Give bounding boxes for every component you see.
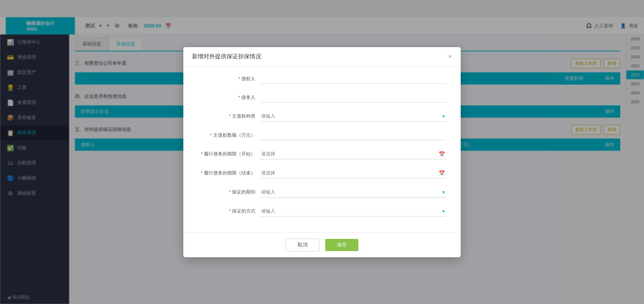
- form-row-creditor: * 债权人: [198, 74, 446, 84]
- form-row-claim-type: * 主债权种类 ▾: [198, 111, 446, 122]
- label-period-end: * 履行债务的期限（结束）: [198, 170, 255, 176]
- save-button[interactable]: 保存: [325, 239, 358, 251]
- form-row-guarantee-method: * 保证的方式 ▾: [198, 206, 446, 217]
- modal-overlay: 新增对外提供保证担保情况 × * 债权人 * 债务人: [0, 0, 644, 304]
- dialog-header: 新增对外提供保证担保情况 ×: [183, 47, 461, 67]
- input-claim-amount[interactable]: [260, 130, 446, 140]
- dialog-body: * 债权人 * 债务人 * 主债权种类: [183, 67, 461, 232]
- label-debtor: * 债务人: [198, 94, 255, 101]
- date-period-end[interactable]: 📅: [260, 168, 446, 178]
- dialog-close-button[interactable]: ×: [448, 53, 452, 60]
- label-guarantee-method: * 保证的方式: [198, 208, 255, 214]
- form-row-guarantee-period: * 保证的期间 ▾: [198, 187, 446, 198]
- select-claim-type[interactable]: ▾: [260, 111, 446, 122]
- dialog: 新增对外提供保证担保情况 × * 债权人 * 债务人: [183, 47, 461, 257]
- label-claim-type: * 主债权种类: [198, 113, 255, 119]
- chevron-down-icon-guarantee-period[interactable]: ▾: [442, 189, 445, 195]
- form-row-claim-amount: * 主债权数额（万元）: [198, 130, 446, 140]
- label-creditor: * 债权人: [198, 76, 255, 82]
- select-guarantee-method[interactable]: ▾: [260, 206, 446, 217]
- input-creditor[interactable]: [260, 74, 446, 84]
- form-row-period-end: * 履行债务的期限（结束） 📅: [198, 168, 446, 178]
- date-period-end-input[interactable]: [261, 170, 439, 176]
- calendar-icon-end[interactable]: 📅: [439, 170, 445, 176]
- dialog-title: 新增对外提供保证担保情况: [192, 53, 261, 60]
- dialog-footer: 取消 保存: [183, 232, 461, 257]
- chevron-down-icon-claim-type[interactable]: ▾: [442, 113, 445, 119]
- input-debtor[interactable]: [260, 92, 446, 103]
- select-claim-type-input[interactable]: [261, 113, 442, 119]
- label-claim-amount: * 主债权数额（万元）: [198, 132, 255, 139]
- cancel-button[interactable]: 取消: [286, 239, 319, 251]
- label-guarantee-period: * 保证的期间: [198, 189, 255, 195]
- select-guarantee-period-input[interactable]: [261, 189, 442, 195]
- chevron-down-icon-guarantee-method[interactable]: ▾: [442, 208, 445, 214]
- form-row-debtor: * 债务人: [198, 92, 446, 103]
- calendar-icon-start[interactable]: 📅: [439, 151, 445, 157]
- form-row-period-start: * 履行债务的期限（开始） 📅: [198, 149, 446, 159]
- select-guarantee-period[interactable]: ▾: [260, 187, 446, 198]
- select-guarantee-method-input[interactable]: [261, 208, 442, 214]
- date-period-start-input[interactable]: [261, 151, 439, 156]
- label-period-start: * 履行债务的期限（开始）: [198, 151, 255, 157]
- date-period-start[interactable]: 📅: [260, 149, 446, 159]
